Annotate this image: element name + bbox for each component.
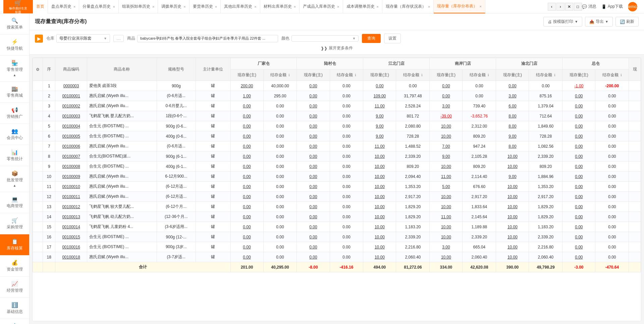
table-cell[interactable]: 0000003 (55, 81, 87, 91)
table-cell[interactable]: 7.00 (430, 141, 463, 151)
warehouse-select[interactable]: 母婴行业演示陈套 ▼ (56, 34, 110, 43)
table-cell[interactable]: 0.00 (562, 151, 595, 161)
table-cell[interactable]: 00100016 (55, 242, 87, 252)
table-cell[interactable]: 11.00 (363, 101, 396, 111)
table-cell[interactable]: 0.00 (562, 121, 595, 131)
filter-collapse-btn[interactable]: ▶ (35, 35, 43, 43)
tab-close-btn[interactable]: × (73, 5, 75, 9)
zong-amt-info[interactable]: ℹ (621, 73, 622, 77)
message-link[interactable]: 💬 消息 (582, 4, 596, 9)
table-cell[interactable]: 0.00 (230, 222, 263, 232)
tab-item[interactable]: 分量盘点单历史× (79, 0, 118, 13)
table-cell[interactable]: 0.00 (562, 242, 595, 252)
table-cell[interactable]: 9.00 (363, 131, 396, 141)
setting-button[interactable]: 设置 (384, 34, 401, 43)
tab-item[interactable]: 成本调整单历史× (343, 0, 382, 13)
table-cell[interactable]: 10.00 (430, 202, 463, 212)
user-avatar[interactable]: demo2 (628, 2, 637, 11)
table-cell[interactable]: 0.00 (297, 232, 330, 242)
table-cell[interactable]: 0.00 (297, 182, 330, 192)
app-download-link[interactable]: 📱 App下载 (601, 4, 623, 9)
table-cell[interactable]: 10.00 (496, 151, 529, 161)
table-cell[interactable]: 10.00 (363, 192, 396, 202)
table-cell[interactable]: 11.00 (430, 212, 463, 222)
table-cell[interactable]: 0.00 (230, 161, 263, 172)
table-cell[interactable]: 0.00 (297, 121, 330, 131)
nanan-amt-info[interactable]: ℹ (488, 73, 489, 77)
table-cell[interactable]: 10.00 (430, 232, 463, 242)
table-cell[interactable]: 3.00 (430, 242, 463, 252)
table-cell[interactable]: 9.00 (363, 111, 396, 121)
table-cell[interactable]: 00100004 (55, 121, 87, 131)
table-cell[interactable]: 0.00 (297, 212, 330, 222)
table-cell[interactable]: 0.00 (297, 252, 330, 262)
sidebar-item-系统管理[interactable]: ⚙️系统管理 (0, 319, 29, 324)
table-cell[interactable]: 10.00 (363, 242, 396, 252)
table-cell[interactable]: 10.00 (430, 161, 463, 172)
tab-close[interactable]: ✕ (565, 3, 573, 11)
table-cell[interactable]: 00100005 (55, 131, 87, 141)
sidebar-item-基础信息[interactable]: ℹ️基础信息 (0, 298, 29, 319)
table-cell[interactable]: 8.00 (496, 111, 529, 121)
table-cell[interactable]: 3.00 (496, 91, 529, 101)
table-cell[interactable]: 00100018 (55, 252, 87, 262)
table-cell[interactable]: 0.00 (230, 242, 263, 252)
sidebar-item-资金管理[interactable]: 💰资金管理 (0, 256, 29, 277)
table-cell[interactable]: 00100012 (55, 202, 87, 212)
table-cell[interactable]: 1.00 (230, 91, 263, 101)
tab-item[interactable]: 材料出库单历史× (260, 0, 300, 13)
table-cell[interactable]: 0.00 (562, 172, 595, 182)
sidebar-item-零售统计[interactable]: 📊零售统计 (0, 145, 29, 166)
table-cell[interactable]: 0.00 (297, 222, 330, 232)
table-cell[interactable]: 0.00 (230, 172, 263, 182)
table-cell[interactable]: -39.00 (430, 111, 463, 121)
table-cell[interactable]: 0.00 (562, 202, 595, 212)
print-button[interactable]: 🖨 按模版打印 ▼ (543, 17, 582, 27)
table-cell[interactable]: 00100003 (55, 111, 87, 121)
table-cell[interactable]: 10.00 (363, 212, 396, 222)
table-cell[interactable]: 00100007 (55, 151, 87, 161)
table-cell[interactable]: 0.00 (562, 91, 595, 101)
table-cell[interactable]: 0.00 (562, 131, 595, 141)
table-cell[interactable]: 00100002 (55, 101, 87, 111)
tab-item[interactable]: 组装拆卸单历史× (119, 0, 158, 13)
table-cell[interactable]: 11.00 (363, 141, 396, 151)
tab-close-btn[interactable]: × (428, 5, 430, 9)
table-cell[interactable]: 00100008 (55, 161, 87, 172)
tab-item[interactable]: 现存量（库存分布表）× (434, 0, 485, 13)
table-cell[interactable]: 00100013 (55, 212, 87, 222)
table-cell[interactable]: 0.00 (297, 151, 330, 161)
changfen-amt-info[interactable]: ℹ (288, 73, 290, 77)
sidebar-item-搜索英单[interactable]: 🔍搜索英单 (0, 13, 29, 35)
yubei-amt-info[interactable]: ℹ (554, 73, 555, 77)
table-cell[interactable]: 0.00 (230, 121, 263, 131)
sidebar-item-库存核算[interactable]: 📋库存核算 (0, 234, 29, 256)
query-button[interactable]: 查询 (362, 34, 381, 43)
table-cell[interactable]: 10.00 (430, 131, 463, 141)
table-cell[interactable]: 9.00 (496, 172, 529, 182)
table-cell[interactable]: 10.00 (363, 202, 396, 212)
tab-item[interactable]: 盘点单历史× (48, 0, 79, 13)
table-cell[interactable]: 0.00 (230, 131, 263, 141)
table-cell[interactable]: 11.00 (430, 172, 463, 182)
refresh-button[interactable]: 🔄 刷新 (615, 17, 639, 27)
table-cell[interactable]: 0.00 (562, 232, 595, 242)
table-cell[interactable]: 0.00 (230, 192, 263, 202)
table-cell[interactable]: 00100009 (55, 172, 87, 182)
tab-close-btn[interactable]: × (377, 5, 379, 9)
tab-scroll-right[interactable]: › (556, 3, 565, 11)
tab-close-btn[interactable]: × (183, 5, 185, 9)
table-cell[interactable]: 10.00 (363, 252, 396, 262)
table-cell[interactable]: 10.00 (496, 202, 529, 212)
tab-item[interactable]: 调拨单历史× (158, 0, 189, 13)
table-cell[interactable]: 10.00 (430, 192, 463, 202)
table-cell[interactable]: 0.00 (297, 202, 330, 212)
warehouse-more-btn[interactable]: … (113, 35, 124, 42)
sidebar-item-零售管理[interactable]: 🏪零售管理▲ (0, 56, 29, 82)
table-cell[interactable]: 0.00 (230, 202, 263, 212)
table-cell[interactable]: 0.00 (297, 101, 330, 111)
table-cell[interactable]: 10.00 (496, 242, 529, 252)
table-cell[interactable]: 0.00 (230, 141, 263, 151)
table-cell[interactable]: 0.00 (562, 111, 595, 121)
table-cell[interactable]: 0.00 (297, 172, 330, 182)
